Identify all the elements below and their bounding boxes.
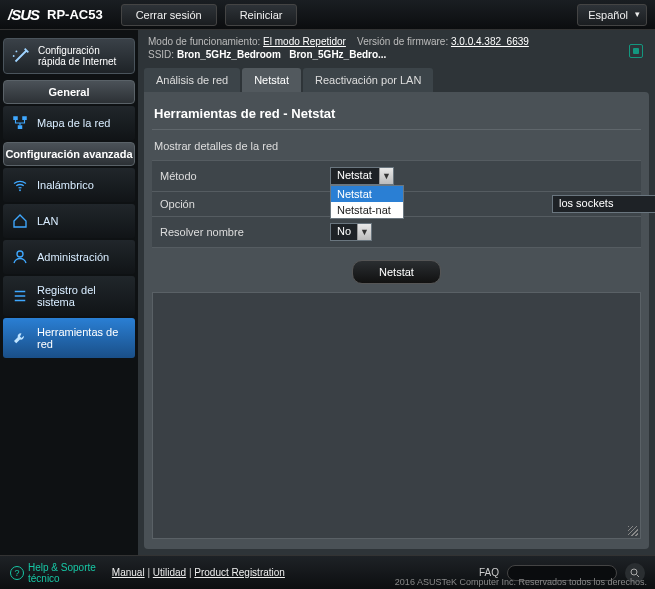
svg-point-6 (17, 251, 23, 257)
model-label: RP-AC53 (47, 7, 103, 22)
logout-button[interactable]: Cerrar sesión (121, 4, 217, 26)
tab-netstat[interactable]: Netstat (242, 68, 301, 92)
sidebar-item-label: Configuración rápida de Internet (38, 45, 128, 67)
svg-rect-4 (18, 125, 23, 129)
language-select[interactable]: Español (577, 4, 647, 26)
sidebar-item-label: LAN (37, 215, 58, 227)
chevron-down-icon: ▼ (357, 224, 371, 240)
svg-rect-3 (22, 116, 27, 120)
method-select[interactable]: Netstat ▼ (330, 167, 394, 185)
mode-link[interactable]: El modo Repetidor (263, 36, 346, 47)
sidebar-item-label: Mapa de la red (37, 117, 110, 129)
tab-wol[interactable]: Reactivación por LAN (303, 68, 433, 92)
fw-label: Versión de firmware: (357, 36, 448, 47)
help-text-2: técnico (28, 573, 60, 584)
list-icon (11, 287, 29, 305)
registration-link[interactable]: Product Registration (194, 567, 285, 578)
svg-point-7 (631, 569, 637, 575)
panel-title: Herramientas de red - Netstat (152, 100, 641, 130)
help-icon: ? (10, 566, 24, 580)
resolve-label: Resolver nombre (160, 226, 330, 238)
svg-point-5 (19, 189, 21, 191)
sidebar-item-networkmap[interactable]: Mapa de la red (3, 106, 135, 140)
svg-point-0 (16, 51, 18, 53)
option-select[interactable]: los sockets ▼ (552, 195, 655, 213)
home-icon (11, 212, 29, 230)
sidebar-item-label: Inalámbrico (37, 179, 94, 191)
sidebar-item-nettools[interactable]: Herramientas de red (3, 318, 135, 358)
ssid-value-2: Bron_5GHz_Bedro... (289, 49, 386, 60)
netstat-button[interactable]: Netstat (352, 260, 441, 284)
utility-link[interactable]: Utilidad (153, 567, 186, 578)
mode-label: Modo de funcionamiento: (148, 36, 260, 47)
wrench-icon (11, 329, 29, 347)
panel-subtitle: Mostrar detalles de la red (152, 130, 641, 160)
ssid-label: SSID: (148, 49, 174, 60)
help-text-1: Help & Soporte (28, 562, 96, 573)
manual-link[interactable]: Manual (112, 567, 145, 578)
sidebar-item-label: Registro del sistema (37, 284, 127, 308)
option-label: Opción (160, 198, 330, 210)
resolve-value: No (331, 224, 357, 240)
svg-rect-2 (13, 116, 18, 120)
method-dropdown: Netstat Netstat-nat (330, 185, 404, 219)
method-label: Método (160, 170, 330, 182)
method-value: Netstat (331, 168, 379, 184)
copyright-text: 2016 ASUSTeK Computer Inc. Reservados to… (395, 577, 647, 589)
method-option-netstat-nat[interactable]: Netstat-nat (331, 202, 403, 218)
tab-analysis[interactable]: Análisis de red (144, 68, 240, 92)
sidebar-group-advanced: Configuración avanzada (3, 142, 135, 166)
sidebar-item-admin[interactable]: Administración (3, 240, 135, 274)
wifi-icon (11, 176, 29, 194)
method-option-netstat[interactable]: Netstat (331, 186, 403, 202)
sidebar-item-wireless[interactable]: Inalámbrico (3, 168, 135, 202)
sidebar: Configuración rápida de Internet General… (0, 30, 138, 555)
svg-point-1 (13, 55, 15, 57)
fw-link[interactable]: 3.0.0.4.382_6639 (451, 36, 529, 47)
sidebar-item-label: Herramientas de red (37, 326, 127, 350)
wand-icon (10, 45, 32, 67)
sidebar-item-lan[interactable]: LAN (3, 204, 135, 238)
sidebar-item-quickstart[interactable]: Configuración rápida de Internet (3, 38, 135, 74)
user-icon (11, 248, 29, 266)
resolve-select[interactable]: No ▼ (330, 223, 372, 241)
brand-logo: /SUS (8, 6, 39, 23)
option-value: los sockets (553, 196, 655, 212)
sidebar-item-syslog[interactable]: Registro del sistema (3, 276, 135, 316)
network-icon (11, 114, 29, 132)
app-icon[interactable] (629, 44, 643, 58)
help-link[interactable]: ? Help & Soportetécnico (10, 562, 96, 584)
sidebar-group-general: General (3, 80, 135, 104)
output-textarea[interactable] (152, 292, 641, 539)
sidebar-item-label: Administración (37, 251, 109, 263)
chevron-down-icon: ▼ (379, 168, 393, 184)
reboot-button[interactable]: Reiniciar (225, 4, 298, 26)
ssid-value-1: Bron_5GHz_Bedroom (177, 49, 281, 60)
